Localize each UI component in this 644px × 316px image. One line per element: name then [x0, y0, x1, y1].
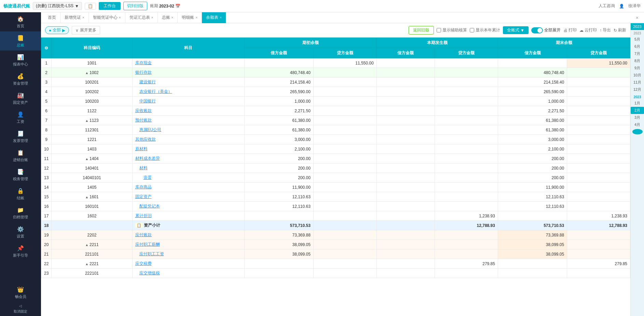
refresh-button[interactable]: ↻ 刷新 [614, 27, 626, 33]
subject-name-cell[interactable]: 中国银行 [132, 97, 244, 106]
subject-code-cell [52, 221, 132, 230]
month-3[interactable]: 3月 [631, 114, 644, 121]
end-credit-cell [567, 240, 630, 249]
tab-smart-voucher[interactable]: 智能凭证中心 × [89, 12, 125, 23]
open-debit-cell: 61,380.00 [244, 116, 313, 125]
subject-name-cell[interactable]: 材料 [132, 163, 244, 173]
subject-name-cell[interactable]: 应交税费 [132, 259, 244, 269]
sidebar-item-tax[interactable]: 📑 税务管理 [0, 165, 41, 184]
show-ytd-checkbox[interactable]: 显示本年累计 [470, 27, 500, 33]
subject-name-cell[interactable]: 固定资产 [132, 192, 244, 202]
subject-name-cell[interactable]: 应收账款 [132, 106, 244, 116]
month-7[interactable]: 7月 [631, 50, 644, 57]
balance-table-wrap[interactable]: ⚙ 科目编码 科目 期初余额 本期发生额 期末余额 借方金额 贷方金额 借方金额 [41, 38, 630, 316]
sidebar-item-vip[interactable]: 👑 畅会员 [0, 283, 41, 302]
month-12[interactable]: 12月 [631, 86, 644, 93]
workbench-button[interactable]: 工作台 [99, 2, 121, 10]
subject-name-cell[interactable]: 银行存款 [132, 68, 244, 77]
subject-name-cell[interactable]: 累计折旧 [132, 211, 244, 221]
tab-general-ledger-close[interactable]: × [172, 16, 174, 19]
sidebar-item-invoice[interactable]: 🧾 发票管理 [0, 127, 41, 146]
month-9[interactable]: 9月 [631, 64, 644, 72]
company-selector[interactable]: (勿删) 江西脱壳-LSS ▼ [33, 2, 82, 10]
gear-header[interactable]: ⚙ [41, 38, 52, 58]
expand-toggle[interactable] [531, 27, 543, 33]
subject-code-cell: 14040101 [52, 173, 132, 183]
sidebar-item-home[interactable]: 🏠 首页 [0, 12, 41, 31]
close-all-tabs[interactable]: × [633, 15, 641, 20]
settings-icon: ⚙️ [17, 226, 24, 232]
subject-name-cell[interactable]: 应付职工薪酬 [132, 240, 244, 249]
filter-all-button[interactable]: ● 全部 ▶ [45, 26, 69, 34]
table-row: 16160101配提凭记本12,110.6312,110.63 [41, 202, 630, 211]
month-8[interactable]: 8月 [631, 57, 644, 64]
switch-version-button[interactable]: 切到旧版 [123, 2, 147, 10]
tab-add-voucher-close[interactable]: × [82, 16, 84, 19]
sidebar-label-purchase: 进销台账 [13, 157, 28, 162]
tab-general-ledger[interactable]: 总账 × [158, 12, 178, 23]
table-row: 1314040101壹蛋200.00200.00 [41, 173, 630, 183]
subject-code-header: 科目编码 [52, 38, 132, 58]
tab-balance-sheet[interactable]: 余额表 × [202, 12, 226, 23]
table-row: 141405库存商品11,900.0011,900.00 [41, 183, 630, 192]
subject-name-cell[interactable]: 原材料 [132, 144, 244, 154]
subject-name-cell[interactable]: 库存现金 [132, 58, 244, 68]
print-button[interactable]: 🖨 打印 [563, 27, 577, 33]
calendar-icon[interactable]: 📅 [175, 4, 180, 9]
month-6[interactable]: 6月 [631, 43, 644, 50]
sidebar-item-purchase[interactable]: 📋 进销台账 [0, 146, 41, 165]
subject-name-cell[interactable]: 材料成本差异 [132, 154, 244, 163]
subject-name-cell[interactable]: 其他应收款 [132, 135, 244, 144]
cur-credit-cell [435, 125, 498, 135]
tab-smart-voucher-close[interactable]: × [119, 16, 121, 19]
show-aux-checkbox[interactable]: 显示辅助核算 [437, 27, 467, 33]
subject-code-cell: 2202 [52, 230, 132, 240]
subject-name-cell[interactable]: 应付职工工资 [132, 249, 244, 259]
month-5[interactable]: 5月 [631, 36, 644, 43]
tab-home[interactable]: 首页 [44, 12, 60, 23]
subject-name-cell[interactable]: 惠属EU公司 [132, 125, 244, 135]
subject-name-cell[interactable]: 预付账款 [132, 116, 244, 125]
subject-name-cell[interactable]: 配提凭记本 [132, 202, 244, 211]
tab-voucher-summary[interactable]: 凭证汇总表 × [125, 12, 158, 23]
subject-name-cell[interactable]: 建设银行 [132, 77, 244, 87]
month-11[interactable]: 11月 [631, 79, 644, 86]
month-4[interactable]: 4月 [631, 121, 644, 128]
sidebar-item-archive[interactable]: 📁 归档管理 [0, 203, 41, 222]
month-1[interactable]: 1月 [631, 100, 644, 107]
format-button[interactable]: 全账式 ▼ [503, 26, 529, 34]
tab-detail-ledger-close[interactable]: × [195, 16, 197, 19]
sidebar-item-guide[interactable]: 📌 新手引导 [0, 242, 41, 261]
month-2[interactable]: 2月 [631, 107, 644, 114]
cloud-print-button[interactable]: ☁ 云打印 [579, 27, 597, 33]
subject-name-cell[interactable]: 壹蛋 [132, 173, 244, 183]
export-button[interactable]: ↑ 导出 [600, 27, 611, 33]
subject-name-cell[interactable]: 农业银行（美金） [132, 87, 244, 97]
subject-name-cell[interactable]: 应交增值税 [132, 269, 244, 278]
consult-label[interactable]: 人工咨询 [599, 3, 615, 9]
sidebar-item-close[interactable]: 🔒 结账 [0, 184, 41, 203]
home-icon: 🏠 [17, 16, 24, 22]
sidebar-item-salary[interactable]: 👤 工资 [0, 108, 41, 127]
return-old-button[interactable]: 返回旧版 [409, 26, 434, 34]
sidebar-item-fixed-asset[interactable]: 🏭 固定资产 [0, 89, 41, 108]
tab-add-voucher[interactable]: 新增凭证 × [60, 12, 89, 23]
sidebar-item-settings[interactable]: ⚙️ 设置 [0, 222, 41, 242]
month-10[interactable]: 10月 [631, 72, 644, 79]
subject-name-cell[interactable]: 库存商品 [132, 183, 244, 192]
subject-name-cell[interactable]: 应付账款 [132, 230, 244, 240]
end-credit-cell [567, 68, 630, 77]
tab-balance-sheet-close[interactable]: × [220, 16, 222, 19]
open-credit-cell [313, 173, 376, 183]
sidebar-item-fund[interactable]: 💰 资金管理 [0, 70, 41, 89]
tab-voucher-summary-close[interactable]: × [151, 16, 153, 19]
sidebar-item-report[interactable]: 📊 报表中心 [0, 51, 41, 70]
copy-button[interactable]: 📋 [85, 3, 96, 10]
tab-detail-ledger[interactable]: 明细账 × [178, 12, 202, 23]
tab-home-label: 首页 [48, 15, 56, 20]
expand-more-button[interactable]: ∨ 展开更多 [72, 26, 100, 34]
sidebar-label-invoice: 发票管理 [13, 138, 28, 143]
sidebar-item-general-ledger[interactable]: 📒 总账 [0, 31, 41, 51]
end-credit-cell [567, 269, 630, 278]
sidebar-item-unpin[interactable]: ◁ 取消固定 [0, 302, 41, 316]
